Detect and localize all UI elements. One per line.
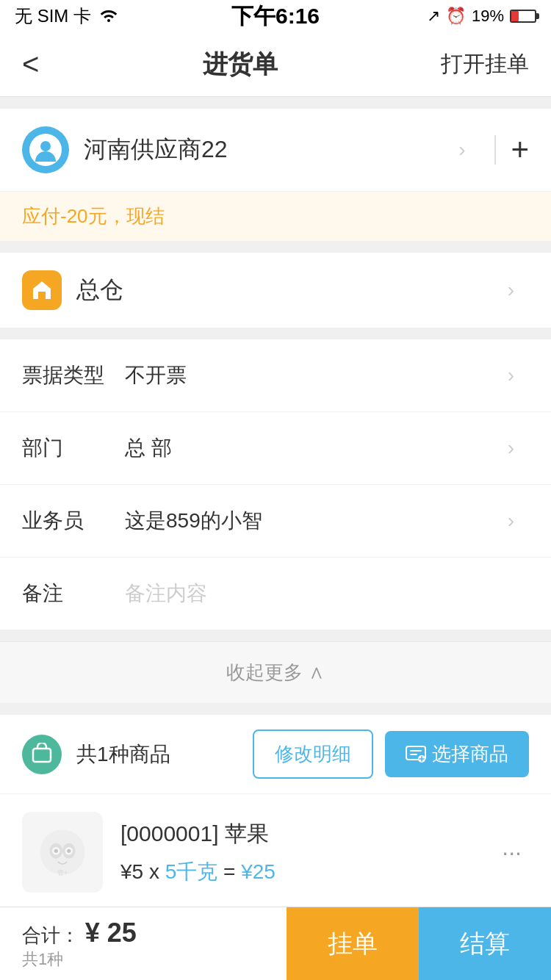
warehouse-chevron-icon: › (508, 278, 514, 302)
product-price: ¥5 x 5千克 = ¥25 (120, 858, 494, 886)
back-button[interactable]: < (22, 48, 39, 81)
bottom-bar: 合计： ¥ 25 共1种 挂单 结算 (0, 907, 551, 980)
price-eq: = (217, 860, 241, 883)
select-product-label: 选择商品 (432, 741, 508, 767)
sales-row[interactable]: 业务员 这是859的小智 › (0, 485, 551, 558)
page-title: 进货单 (203, 48, 278, 82)
product-title: 苹果 (225, 821, 269, 846)
location-icon: ↗ (427, 7, 440, 26)
alarm-icon: ⏰ (446, 7, 466, 26)
svg-point-10 (54, 849, 58, 853)
nav-bar: < 进货单 打开挂单 (0, 32, 551, 97)
product-info: [0000001] 苹果 ¥5 x 5千克 = ¥25 (120, 819, 494, 886)
total-amount: ¥ 25 (85, 918, 137, 948)
dept-value: 总 部 (125, 434, 508, 462)
form-section: 票据类型 不开票 › 部门 总 部 › 业务员 这是859的小智 › 备注 备注… (0, 339, 551, 630)
supplier-avatar (22, 126, 69, 173)
open-hang-button[interactable]: 打开挂单 (441, 49, 529, 79)
sales-chevron-icon: › (508, 509, 514, 533)
product-header: 共1种商品 修改明细 选择商品 (0, 715, 551, 794)
svg-rect-2 (33, 749, 51, 762)
svg-text:管+: 管+ (57, 869, 68, 876)
total-section: 合计： ¥ 25 共1种 (0, 918, 287, 970)
invoice-row[interactable]: 票据类型 不开票 › (0, 339, 551, 412)
add-supplier-button[interactable]: + (511, 132, 529, 167)
sales-value: 这是859的小智 (125, 507, 508, 535)
edit-detail-button[interactable]: 修改明细 (253, 729, 373, 779)
supplier-chevron-icon: › (458, 138, 465, 162)
product-code: [0000001] (120, 821, 225, 846)
product-section: 共1种商品 修改明细 选择商品 管+ (0, 715, 551, 911)
svg-point-0 (40, 141, 51, 151)
warehouse-name: 总仓 (76, 274, 508, 306)
product-thumbnail: 管+ (22, 812, 103, 893)
dept-row[interactable]: 部门 总 部 › (0, 412, 551, 485)
svg-point-11 (67, 849, 71, 853)
total-value: ¥25 (241, 860, 276, 883)
warehouse-icon (22, 270, 62, 310)
collapse-button[interactable]: 收起更多 ∧ (0, 641, 551, 703)
price-value: ¥5 x (120, 860, 165, 883)
svg-point-5 (40, 829, 84, 874)
hang-button[interactable]: 挂单 (287, 907, 419, 981)
status-time: 下午6:16 (231, 4, 320, 28)
product-name: [0000001] 苹果 (120, 819, 494, 849)
supplier-row[interactable]: 河南供应商22 › + (0, 109, 551, 192)
product-count: 共1种商品 (76, 741, 253, 768)
supplier-name: 河南供应商22 (84, 134, 458, 166)
supplier-section: 河南供应商22 › + 应付-20元，现结 (0, 109, 551, 241)
invoice-value: 不开票 (125, 361, 508, 389)
wifi-icon (98, 6, 119, 26)
invoice-label: 票据类型 (22, 361, 110, 389)
supplier-notice: 应付-20元，现结 (0, 192, 551, 241)
dept-label: 部门 (22, 434, 110, 462)
battery-icon (510, 10, 536, 23)
product-icon (22, 735, 62, 774)
supplier-divider (494, 135, 496, 165)
separator (0, 97, 551, 109)
warehouse-row[interactable]: 总仓 › (0, 253, 551, 328)
svg-rect-1 (38, 292, 46, 299)
dept-chevron-icon: › (508, 436, 514, 460)
supplier-avatar-inner (29, 134, 62, 166)
product-more-button[interactable]: ··· (494, 832, 529, 873)
invoice-chevron-icon: › (508, 364, 514, 387)
quantity-value: 5千克 (165, 860, 218, 883)
remark-label: 备注 (22, 580, 110, 608)
product-item: 管+ [0000001] 苹果 ¥5 x 5千克 = ¥25 ··· (0, 794, 551, 911)
total-count: 共1种 (22, 948, 264, 970)
remark-row[interactable]: 备注 备注内容 (0, 558, 551, 630)
select-product-button[interactable]: 选择商品 (385, 731, 529, 777)
checkout-button[interactable]: 结算 (419, 907, 551, 981)
remark-input[interactable]: 备注内容 (125, 580, 529, 608)
sales-label: 业务员 (22, 507, 110, 535)
total-label: 合计： (22, 924, 79, 946)
separator2 (0, 703, 551, 715)
warehouse-section: 总仓 › (0, 253, 551, 328)
battery-text: 19% (472, 7, 504, 26)
status-bar: 无 SIM 卡 下午6:16 ↗ ⏰ 19% (0, 0, 551, 32)
carrier-text: 无 SIM 卡 (15, 4, 91, 28)
